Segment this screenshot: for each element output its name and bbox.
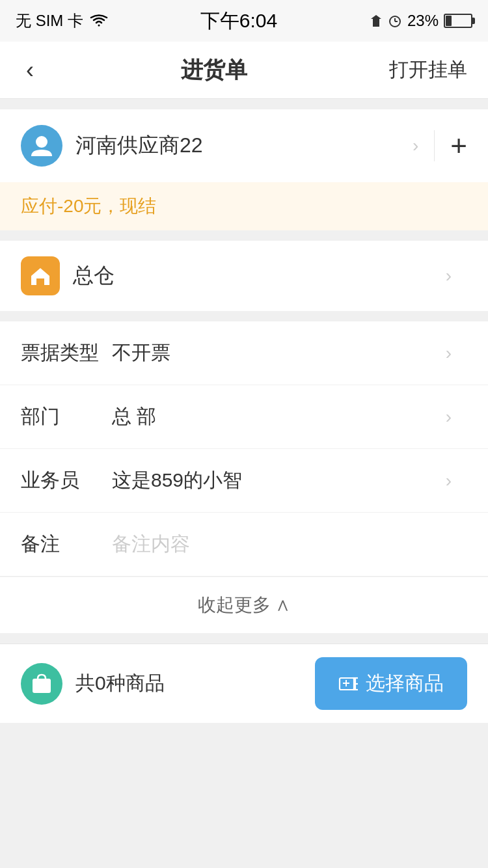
open-pending-button[interactable]: 打开挂单 bbox=[389, 57, 467, 83]
status-right: 23% bbox=[370, 12, 472, 30]
invoice-type-value: 不开票 bbox=[99, 340, 446, 366]
add-supplier-button[interactable]: + bbox=[450, 131, 467, 160]
home-icon bbox=[29, 264, 52, 288]
battery-icon bbox=[444, 14, 472, 28]
location-icon bbox=[370, 14, 383, 28]
content: 河南供应商22 › + 应付-20元，现结 总仓 › 票据类型 不开票 › bbox=[0, 99, 488, 868]
gray-bottom bbox=[0, 723, 488, 868]
alarm-icon bbox=[388, 14, 402, 28]
person-icon bbox=[29, 133, 55, 159]
collapse-toggle[interactable]: 收起更多 ∧ bbox=[0, 576, 488, 633]
svg-rect-5 bbox=[33, 679, 51, 693]
back-button[interactable]: ‹ bbox=[21, 51, 39, 89]
invoice-type-row[interactable]: 票据类型 不开票 › bbox=[0, 321, 488, 385]
sim-status: 无 SIM 卡 bbox=[16, 10, 83, 31]
department-label: 部门 bbox=[21, 403, 99, 430]
warehouse-section: 总仓 › bbox=[0, 241, 488, 311]
supplier-avatar bbox=[21, 125, 62, 167]
status-bar: 无 SIM 卡 下午6:04 23% bbox=[0, 0, 488, 42]
product-count: 共0种商品 bbox=[75, 670, 302, 697]
product-icon-wrap bbox=[21, 663, 62, 705]
collapse-label: 收起更多 ∧ bbox=[198, 593, 291, 617]
remark-placeholder[interactable]: 备注内容 bbox=[99, 531, 467, 558]
warehouse-icon-wrap bbox=[21, 256, 60, 295]
select-product-label: 选择商品 bbox=[366, 670, 444, 697]
salesperson-label: 业务员 bbox=[21, 467, 99, 494]
remark-label: 备注 bbox=[21, 531, 99, 558]
form-section: 票据类型 不开票 › 部门 总 部 › 业务员 这是859的小智 › 备注 备注… bbox=[0, 321, 488, 633]
remark-row[interactable]: 备注 备注内容 bbox=[0, 513, 488, 576]
page-title: 进货单 bbox=[181, 55, 247, 85]
battery-percent: 23% bbox=[407, 12, 439, 30]
salesperson-chevron: › bbox=[446, 470, 452, 491]
svg-rect-4 bbox=[36, 278, 44, 285]
supplier-name: 河南供应商22 bbox=[75, 131, 413, 160]
select-product-icon bbox=[338, 674, 358, 694]
section-gap bbox=[0, 99, 488, 109]
nav-bar: ‹ 进货单 打开挂单 bbox=[0, 42, 488, 99]
status-left: 无 SIM 卡 bbox=[16, 10, 108, 31]
notice-banner: 应付-20元，现结 bbox=[0, 182, 488, 230]
invoice-type-chevron: › bbox=[446, 343, 452, 364]
salesperson-value: 这是859的小智 bbox=[99, 467, 446, 494]
salesperson-row[interactable]: 业务员 这是859的小智 › bbox=[0, 449, 488, 513]
wifi-icon bbox=[90, 14, 108, 28]
department-row[interactable]: 部门 总 部 › bbox=[0, 385, 488, 449]
supplier-chevron: › bbox=[413, 135, 418, 156]
status-time: 下午6:04 bbox=[200, 8, 277, 34]
select-product-button[interactable]: 选择商品 bbox=[315, 657, 467, 710]
invoice-type-label: 票据类型 bbox=[21, 340, 99, 366]
warehouse-chevron: › bbox=[446, 265, 452, 286]
department-chevron: › bbox=[446, 407, 452, 427]
supplier-section: 河南供应商22 › + 应付-20元，现结 bbox=[0, 109, 488, 230]
warehouse-name: 总仓 bbox=[73, 262, 446, 290]
supplier-divider bbox=[434, 130, 435, 161]
product-icon bbox=[30, 672, 53, 696]
svg-point-3 bbox=[36, 136, 47, 148]
bottom-bar: 共0种商品 选择商品 bbox=[0, 644, 488, 723]
warehouse-row[interactable]: 总仓 › bbox=[0, 241, 488, 311]
department-value: 总 部 bbox=[99, 403, 446, 430]
supplier-row[interactable]: 河南供应商22 › + bbox=[0, 109, 488, 182]
